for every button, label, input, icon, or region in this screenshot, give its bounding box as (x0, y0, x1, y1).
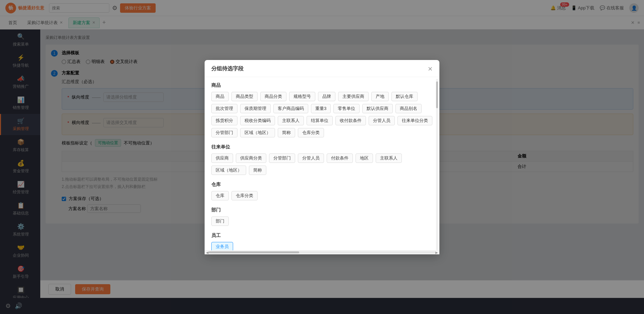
hscroll-bar[interactable] (209, 251, 435, 253)
field-tag[interactable]: 地区 (356, 153, 373, 163)
modal-header: 分组待选字段 ✕ (205, 60, 439, 77)
field-tag[interactable]: 结算单位 (307, 116, 333, 125)
field-tag[interactable]: 分管人员 (298, 153, 324, 163)
modal-body: 商品 商品 商品类型 商品分类 规格型号 品牌 主要供应商 产地 默认仓库 批次… (205, 77, 439, 250)
field-tag[interactable]: 商品 (211, 92, 229, 101)
field-tag[interactable]: 主要供应商 (338, 92, 369, 101)
hscroll-thumb[interactable] (209, 251, 299, 253)
section-warehouse-title: 仓库 (211, 182, 433, 188)
field-tag[interactable]: 零售单位 (333, 104, 360, 113)
field-tag[interactable]: 默认供应商 (362, 104, 393, 113)
section-dept-fields: 部门 (211, 216, 433, 226)
field-tag[interactable]: 保质期管理 (240, 104, 271, 113)
modal-close-icon[interactable]: ✕ (428, 65, 433, 73)
field-tag[interactable]: 重量3 (311, 104, 331, 113)
hscroll-right-icon[interactable]: ▶ (435, 251, 438, 254)
field-tag-staff-salesperson[interactable]: 业务员 (211, 242, 233, 250)
field-tag[interactable]: 规格型号 (289, 92, 315, 101)
field-tag[interactable]: 部门 (211, 216, 229, 226)
field-tag[interactable]: 拣货积分 (211, 116, 237, 125)
field-tag[interactable]: 区域（地区） (240, 128, 275, 137)
field-tag[interactable]: 产地 (371, 92, 389, 101)
field-tag[interactable]: 仓库 (211, 191, 229, 200)
field-tag[interactable]: 付款条件 (327, 153, 353, 163)
section-dept-title: 部门 (211, 207, 433, 213)
section-staff-fields: 业务员 (211, 242, 433, 250)
modal-overlay[interactable]: 分组待选字段 ✕ 商品 商品 商品类型 商品分类 规格型号 品牌 主要供应商 产… (0, 0, 644, 314)
field-tag[interactable]: 仓库分类 (231, 191, 258, 200)
section-dept: 部门 部门 (211, 207, 433, 226)
field-tag[interactable]: 区域（地区） (211, 166, 246, 175)
field-tag[interactable]: 品牌 (318, 92, 335, 101)
field-tag[interactable]: 客户商品编码 (273, 104, 308, 113)
section-staff-title: 员工 (211, 233, 433, 239)
vscroll-thumb[interactable] (436, 81, 438, 108)
section-partner: 往来单位 供应商 供应商分类 分管部门 分管人员 付款条件 地区 主联系人 区域… (211, 144, 433, 175)
modal-title: 分组待选字段 (211, 65, 244, 72)
field-tag[interactable]: 供应商 (211, 153, 233, 163)
section-goods: 商品 商品 商品类型 商品分类 规格型号 品牌 主要供应商 产地 默认仓库 批次… (211, 82, 433, 137)
field-tag[interactable]: 批次管理 (211, 104, 237, 113)
field-tag[interactable]: 简称 (278, 128, 295, 137)
field-tag[interactable]: 税收分类编码 (240, 116, 275, 125)
field-tag[interactable]: 简称 (249, 166, 266, 175)
hscroll-left-icon[interactable]: ◀ (206, 251, 209, 254)
section-warehouse: 仓库 仓库 仓库分类 (211, 182, 433, 200)
field-tag[interactable]: 主联系人 (376, 153, 402, 163)
field-tag[interactable]: 仓库分类 (298, 128, 324, 137)
section-staff: 员工 业务员 (211, 233, 433, 250)
field-tag[interactable]: 默认仓库 (391, 92, 418, 101)
field-tag[interactable]: 商品分类 (260, 92, 286, 101)
field-tag[interactable]: 分管部门 (269, 153, 295, 163)
modal-vscroll[interactable] (436, 79, 438, 250)
section-goods-fields: 商品 商品类型 商品分类 规格型号 品牌 主要供应商 产地 默认仓库 批次管理 … (211, 92, 433, 137)
section-warehouse-fields: 仓库 仓库分类 (211, 191, 433, 200)
field-tag[interactable]: 往来单位分类 (397, 116, 432, 125)
field-tag[interactable]: 主联系人 (278, 116, 304, 125)
field-tag[interactable]: 商品类型 (231, 92, 258, 101)
section-partner-fields: 供应商 供应商分类 分管部门 分管人员 付款条件 地区 主联系人 区域（地区） … (211, 153, 433, 175)
field-tag[interactable]: 分管人员 (369, 116, 395, 125)
section-partner-title: 往来单位 (211, 144, 433, 150)
modal-dialog: 分组待选字段 ✕ 商品 商品 商品类型 商品分类 规格型号 品牌 主要供应商 产… (205, 60, 439, 254)
modal-hscroll[interactable]: ◀ ▶ (205, 250, 439, 254)
field-tag[interactable]: 供应商分类 (236, 153, 266, 163)
field-tag[interactable]: 商品别名 (395, 104, 422, 113)
field-tag[interactable]: 收付款条件 (335, 116, 366, 125)
section-goods-title: 商品 (211, 82, 433, 88)
field-tag[interactable]: 分管部门 (211, 128, 237, 137)
